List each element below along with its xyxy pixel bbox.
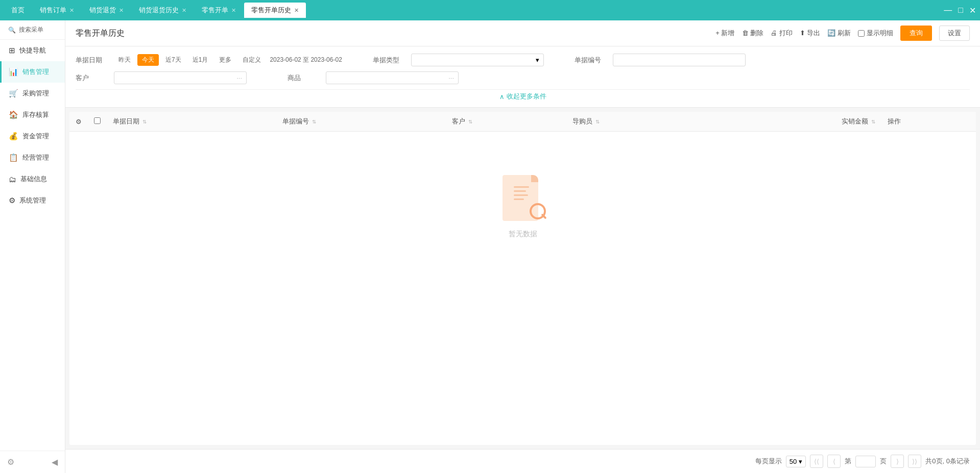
chevron-up-icon: ∧: [499, 93, 505, 101]
customer-dots[interactable]: ···: [236, 74, 242, 82]
number-filter-input[interactable]: [613, 54, 746, 66]
last-page-button[interactable]: ⟩⟩: [908, 455, 921, 468]
doc-line-2: [514, 190, 526, 192]
col-number: 单据编号 ⇅: [276, 112, 446, 132]
close-tab-sales-return-history[interactable]: ✕: [182, 7, 186, 14]
collapse-filter-button[interactable]: ∧ 收起更多条件: [76, 89, 970, 103]
sidebar-bottom: ⚙ ◀: [0, 451, 65, 473]
sidebar-item-inventory[interactable]: 🏠 库存核算: [0, 104, 65, 126]
next-page-button[interactable]: ⟩: [891, 455, 904, 468]
search-icon: 🔍: [8, 27, 16, 34]
add-button[interactable]: + 新增: [715, 29, 734, 38]
page-word-before: 第: [845, 457, 851, 466]
sidebar-search[interactable]: 🔍 搜索采单: [0, 20, 65, 40]
tab-sales-return[interactable]: 销货退货 ✕: [82, 3, 131, 18]
window-controls: — □ ✕: [944, 6, 976, 15]
filter-area: 单据日期 昨天 今天 近7天 近1月 更多 自定义 2023-06-02 至 2…: [65, 46, 980, 108]
min-button[interactable]: —: [944, 6, 952, 15]
col-amount-sort-icon[interactable]: ⇅: [871, 119, 875, 125]
search-circle: [530, 203, 546, 219]
close-tab-retail-open[interactable]: ✕: [231, 7, 236, 14]
date-filter-buttons: 昨天 今天 近7天 近1月 更多 自定义 2023-06-02 至 2023-0…: [114, 54, 342, 66]
settings-icon[interactable]: ⚙: [7, 457, 14, 467]
sidebar-item-purchase-mgmt[interactable]: 🛒 采购管理: [0, 83, 65, 104]
date-range-text: 2023-06-02 至 2023-06-02: [270, 56, 342, 64]
col-guide-label: 导购员: [572, 117, 592, 125]
col-date-label: 单据日期: [113, 117, 139, 125]
operation-icon: 📋: [9, 153, 18, 162]
product-dots[interactable]: ···: [448, 74, 454, 82]
main-layout: 🔍 搜索采单 ⊞ 快捷导航 📊 销售管理 🛒 采购管理 🏠 库存核算 💰 资金管…: [0, 20, 980, 473]
col-check[interactable]: [88, 112, 107, 132]
date-btn-7days[interactable]: 近7天: [161, 54, 186, 66]
type-filter-select[interactable]: ▾: [411, 54, 544, 66]
tab-retail-open[interactable]: 零售开单 ✕: [195, 3, 243, 18]
date-btn-yesterday[interactable]: 昨天: [114, 54, 135, 66]
basic-info-icon: 🗂: [9, 175, 16, 184]
sidebar-item-sales-mgmt[interactable]: 📊 销售管理: [0, 61, 65, 83]
sidebar-item-operation[interactable]: 📋 经营管理: [0, 147, 65, 168]
page-title: 零售开单历史: [76, 28, 125, 39]
col-guide-sort-icon[interactable]: ⇅: [595, 119, 600, 125]
date-btn-today[interactable]: 今天: [137, 54, 159, 66]
empty-illustration: [497, 172, 548, 223]
first-page-button[interactable]: ⟨⟨: [810, 455, 823, 468]
col-customer: 客户 ⇅: [446, 112, 566, 132]
sidebar-item-quick-nav[interactable]: ⊞ 快捷导航: [0, 40, 65, 61]
current-page-input[interactable]: 1: [855, 456, 876, 467]
col-action: 操作: [881, 112, 976, 132]
filter-row-2: 客户 ··· 商品 ···: [76, 71, 970, 84]
empty-text: 暂无数据: [509, 230, 537, 239]
customer-filter-label: 客户: [76, 73, 104, 83]
close-button[interactable]: ✕: [969, 6, 976, 15]
refresh-button[interactable]: 🔄 刷新: [827, 29, 851, 38]
close-tab-retail-open-history[interactable]: ✕: [294, 7, 299, 14]
quick-nav-icon: ⊞: [9, 46, 15, 55]
col-customer-sort-icon[interactable]: ⇅: [468, 119, 472, 125]
sidebar-item-basic-info[interactable]: 🗂 基础信息: [0, 168, 65, 190]
query-button[interactable]: 查询: [900, 26, 932, 41]
page-size-select[interactable]: 50 ▾: [786, 456, 806, 467]
sidebar-item-finance[interactable]: 💰 资金管理: [0, 126, 65, 147]
delete-button[interactable]: 🗑 删除: [742, 29, 764, 38]
show-detail-checkbox[interactable]: [858, 30, 865, 37]
sales-mgmt-icon: 📊: [9, 67, 18, 77]
settings-button[interactable]: 设置: [939, 26, 970, 41]
tab-home[interactable]: 首页: [4, 3, 32, 18]
tab-retail-open-history[interactable]: 零售开单历史 ✕: [244, 3, 306, 18]
sidebar-item-sys-mgmt[interactable]: ⚙ 系统管理: [0, 190, 65, 211]
export-button[interactable]: ⬆ 导出: [800, 29, 821, 38]
finance-icon: 💰: [9, 132, 18, 141]
col-date-sort-icon[interactable]: ⇅: [142, 119, 147, 125]
tab-sales-return-history[interactable]: 销货退货历史 ✕: [132, 3, 194, 18]
show-detail-checkbox-label[interactable]: 显示明细: [858, 29, 893, 38]
date-btn-more[interactable]: 更多: [214, 54, 236, 66]
toolbar: + 新增 🗑 删除 🖨 打印 ⬆ 导出 🔄 刷新 显示明细 查询 设置: [715, 26, 970, 41]
page-word: 页: [880, 457, 887, 466]
pagination: 每页显示 50 ▾ ⟨⟨ ⟨ 第 1 页 ⟩ ⟩⟩ 共0页, 0条记录: [65, 449, 980, 473]
col-settings[interactable]: ⚙: [69, 112, 88, 132]
col-customer-label: 客户: [452, 117, 465, 125]
date-btn-custom[interactable]: 自定义: [238, 54, 266, 66]
table-settings-icon[interactable]: ⚙: [76, 118, 82, 126]
col-number-sort-icon[interactable]: ⇅: [312, 119, 316, 125]
print-button[interactable]: 🖨 打印: [771, 29, 793, 38]
customer-filter-select[interactable]: ···: [114, 71, 247, 84]
top-tab-bar: 首页 销售订单 ✕ 销货退货 ✕ 销货退货历史 ✕ 零售开单 ✕ 零售开单历史 …: [0, 0, 980, 20]
doc-lines: [514, 186, 529, 200]
close-tab-sales-return[interactable]: ✕: [119, 7, 124, 14]
dropdown-icon: ▾: [536, 56, 539, 64]
tab-sales-order[interactable]: 销售订单 ✕: [33, 3, 81, 18]
date-btn-1month[interactable]: 近1月: [188, 54, 213, 66]
product-filter-select[interactable]: ···: [326, 71, 459, 84]
col-number-label: 单据编号: [282, 117, 309, 125]
prev-page-button[interactable]: ⟨: [827, 455, 841, 468]
page-header: 零售开单历史 + 新增 🗑 删除 🖨 打印 ⬆ 导出 🔄 刷新 显示明细 查询 …: [65, 20, 980, 46]
close-tab-sales-order[interactable]: ✕: [69, 7, 74, 14]
product-filter-label: 商品: [288, 73, 316, 83]
collapse-sidebar-icon[interactable]: ◀: [52, 457, 58, 467]
max-button[interactable]: □: [958, 6, 963, 15]
filter-row-1: 单据日期 昨天 今天 近7天 近1月 更多 自定义 2023-06-02 至 2…: [76, 54, 970, 66]
select-all-checkbox[interactable]: [94, 117, 101, 124]
sys-mgmt-icon: ⚙: [9, 196, 15, 205]
